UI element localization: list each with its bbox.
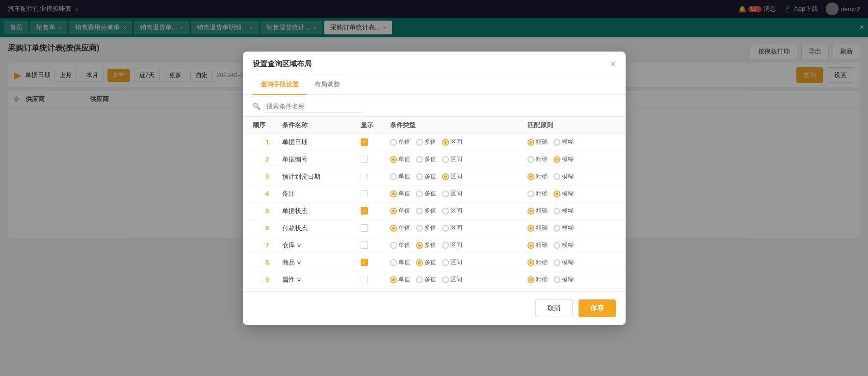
row-order: 6 [253, 224, 282, 232]
row-display-checkbox[interactable] [361, 173, 390, 180]
type-radio-区间[interactable]: 区间 [442, 224, 462, 232]
row-type-options: 单值多值区间 [390, 155, 527, 163]
row-match-options: 精确模糊 [527, 172, 626, 181]
type-radio-多值[interactable]: 多值 [416, 207, 436, 215]
dialog-tabs: 查询字段设置 布局调整 [243, 75, 626, 95]
dialog-table: 顺序 条件名称 显示 条件类型 匹配原则 1单据日期单值多值区间精确模糊2单据编… [243, 117, 626, 244]
settings-dialog: 设置查询区域布局 × 查询字段设置 布局调整 🔍 顺序 条件名称 显示 条件类型 [243, 52, 626, 244]
dialog-tab-fields[interactable]: 查询字段设置 [253, 75, 307, 95]
type-radio-区间[interactable]: 区间 [442, 172, 462, 181]
table-row: 4备注单值多值区间精确模糊 [243, 186, 626, 203]
match-radio-模糊[interactable]: 模糊 [553, 155, 574, 163]
match-radio-精确[interactable]: 精确 [527, 155, 548, 163]
table-row: 1单据日期单值多值区间精确模糊 [243, 134, 626, 151]
row-type-options: 单值多值区间 [390, 172, 527, 181]
row-match-options: 精确模糊 [527, 224, 626, 232]
match-radio-模糊[interactable]: 模糊 [553, 189, 574, 198]
type-radio-单值[interactable]: 单值 [390, 138, 410, 146]
row-name: 仓库 ∨ [282, 241, 361, 244]
row-display-checkbox[interactable] [361, 156, 390, 163]
type-radio-多值[interactable]: 多值 [416, 224, 436, 232]
table-row: 6付款状态单值多值区间精确模糊 [243, 220, 626, 237]
row-order: 5 [253, 207, 282, 215]
match-radio-精确[interactable]: 精确 [527, 224, 548, 232]
dialog-search: 🔍 [243, 95, 626, 117]
col-display: 显示 [361, 121, 390, 130]
table-row: 7仓库 ∨单值多值区间精确模糊 [243, 237, 626, 244]
type-radio-单值[interactable]: 单值 [390, 172, 410, 181]
row-order: 4 [253, 190, 282, 197]
row-match-options: 精确模糊 [527, 138, 626, 146]
type-radio-多值[interactable]: 多值 [416, 241, 436, 244]
row-order: 3 [253, 173, 282, 180]
match-radio-模糊[interactable]: 模糊 [553, 241, 574, 244]
row-order: 2 [253, 156, 282, 163]
match-radio-精确[interactable]: 精确 [527, 241, 548, 244]
type-radio-多值[interactable]: 多值 [416, 189, 436, 198]
row-match-options: 精确模糊 [527, 241, 626, 244]
row-order: 1 [253, 138, 282, 146]
row-name: 单据编号 [282, 155, 361, 164]
type-radio-单值[interactable]: 单值 [390, 155, 410, 163]
dialog-header: 设置查询区域布局 × [243, 52, 626, 75]
type-radio-单值[interactable]: 单值 [390, 224, 410, 232]
match-radio-精确[interactable]: 精确 [527, 138, 548, 146]
table-row: 5单据状态单值多值区间精确模糊 [243, 203, 626, 220]
row-name: 单据状态 [282, 207, 361, 215]
type-radio-多值[interactable]: 多值 [416, 138, 436, 146]
match-radio-精确[interactable]: 精确 [527, 207, 548, 215]
row-type-options: 单值多值区间 [390, 207, 527, 215]
match-radio-模糊[interactable]: 模糊 [553, 224, 574, 232]
dialog-close-btn[interactable]: × [610, 59, 616, 68]
row-type-options: 单值多值区间 [390, 241, 527, 244]
col-name: 条件名称 [282, 121, 361, 130]
table-row: 2单据编号单值多值区间精确模糊 [243, 151, 626, 168]
row-match-options: 精确模糊 [527, 207, 626, 215]
search-icon: 🔍 [253, 103, 261, 110]
col-type: 条件类型 [390, 121, 527, 130]
modal-overlay: 设置查询区域布局 × 查询字段设置 布局调整 🔍 顺序 条件名称 显示 条件类型 [0, 0, 868, 244]
type-radio-区间[interactable]: 区间 [442, 138, 462, 146]
row-display-checkbox[interactable] [361, 190, 390, 197]
row-type-options: 单值多值区间 [390, 189, 527, 198]
col-order: 顺序 [253, 121, 282, 130]
match-radio-模糊[interactable]: 模糊 [553, 172, 574, 181]
type-radio-单值[interactable]: 单值 [390, 241, 410, 244]
dialog-title: 设置查询区域布局 [253, 59, 312, 69]
dialog-tab-layout[interactable]: 布局调整 [307, 75, 348, 95]
row-type-options: 单值多值区间 [390, 224, 527, 232]
col-match: 匹配原则 [527, 121, 626, 130]
type-radio-区间[interactable]: 区间 [442, 189, 462, 198]
row-display-checkbox[interactable] [361, 138, 390, 146]
type-radio-单值[interactable]: 单值 [390, 189, 410, 198]
row-name: 备注 [282, 189, 361, 198]
row-match-options: 精确模糊 [527, 155, 626, 163]
row-display-checkbox[interactable] [361, 224, 390, 232]
type-radio-单值[interactable]: 单值 [390, 207, 410, 215]
type-radio-区间[interactable]: 区间 [442, 155, 462, 163]
match-radio-模糊[interactable]: 模糊 [553, 207, 574, 215]
row-name: 单据日期 [282, 138, 361, 147]
table-body: 1单据日期单值多值区间精确模糊2单据编号单值多值区间精确模糊3预计到货日期单值多… [243, 134, 626, 244]
row-order: 7 [253, 242, 282, 244]
type-radio-多值[interactable]: 多值 [416, 172, 436, 181]
row-name: 预计到货日期 [282, 172, 361, 181]
row-display-checkbox[interactable] [361, 207, 390, 215]
type-radio-多值[interactable]: 多值 [416, 155, 436, 163]
match-radio-模糊[interactable]: 模糊 [553, 138, 574, 146]
match-radio-精确[interactable]: 精确 [527, 189, 548, 198]
type-radio-区间[interactable]: 区间 [442, 241, 462, 244]
row-name: 付款状态 [282, 224, 361, 233]
match-radio-精确[interactable]: 精确 [527, 172, 548, 181]
type-radio-区间[interactable]: 区间 [442, 207, 462, 215]
row-match-options: 精确模糊 [527, 189, 626, 198]
row-type-options: 单值多值区间 [390, 138, 527, 146]
table-row: 3预计到货日期单值多值区间精确模糊 [243, 168, 626, 186]
row-display-checkbox[interactable] [361, 242, 390, 244]
search-input[interactable] [264, 101, 363, 112]
table-col-headers: 顺序 条件名称 显示 条件类型 匹配原则 [243, 117, 626, 134]
